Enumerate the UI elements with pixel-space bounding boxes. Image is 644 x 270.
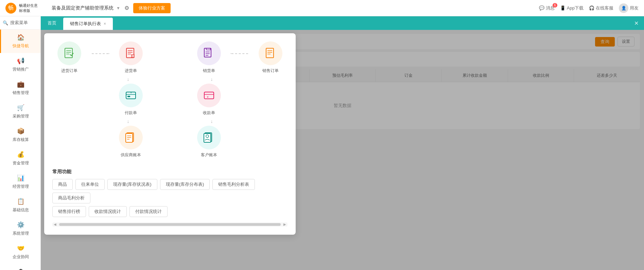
svg-rect-14 (266, 48, 274, 58)
app-download-icon: 📱 (560, 5, 565, 11)
system-title-text: 装备及固定资产辅助管理系统 (52, 5, 114, 11)
func-contacts[interactable]: 往来单位 (75, 179, 105, 190)
sales-order-label: 销售订单 (262, 68, 279, 74)
online-service-item[interactable]: 🎧 在线客服 (589, 5, 613, 11)
sidebar-item-label: 库存核算 (13, 137, 29, 143)
tab-home[interactable]: 首页 (41, 16, 63, 30)
functions-grid-2: 销售排行榜 收款情况统计 付款情况统计 (52, 206, 288, 217)
func-sales-rank[interactable]: 销售排行榜 (52, 206, 86, 217)
tab-close-icon[interactable]: × (104, 21, 106, 26)
flow-item-receipt[interactable]: ¥ 收款单 (192, 84, 226, 116)
chart-icon: 📊 (17, 174, 24, 182)
flow-item-sales-bill[interactable]: 销货单 (192, 41, 226, 74)
logo-icon: 畅 (5, 3, 16, 14)
handshake-icon: 🤝 (17, 245, 24, 252)
supplier-account-circle[interactable] (119, 126, 143, 149)
cart-icon: 🛒 (17, 104, 24, 111)
avatar: 👤 (619, 3, 628, 13)
sidebar-item-label: 采购管理 (13, 113, 29, 119)
flow-item-purchase-bill[interactable]: 进货单 (114, 41, 148, 74)
sidebar-search[interactable]: 🔍 搜索菜单 (0, 16, 40, 30)
content-area: ❓ 帮助 🖨 按模板打印 ▼ ⬆ 导出 🔄 刷新 查询 设置 (41, 30, 644, 270)
sidebar-item-inventory[interactable]: 📦 库存核算 (0, 123, 40, 147)
down-arrow-sales: ↓ (195, 76, 229, 82)
svg-rect-9 (204, 48, 211, 57)
sidebar-item-enterprise[interactable]: 🤝 企业协同 (0, 240, 40, 264)
svg-rect-20 (127, 96, 130, 97)
quick-modal: 进货订单 → (44, 33, 296, 235)
func-stock-status[interactable]: 现存量(库存状况表) (107, 179, 157, 190)
sales-bill-label: 销货单 (203, 68, 215, 74)
sales-bill-circle[interactable] (197, 41, 221, 65)
gear-icon: ⚙️ (17, 221, 24, 229)
func-goods-profit[interactable]: 商品毛利分析 (52, 193, 90, 203)
svg-rect-10 (206, 48, 210, 50)
flow-row-3: 供应商账本 (52, 126, 288, 158)
sidebar-item-quick-guide[interactable]: 🏠 快捷导航 (0, 30, 40, 53)
sidebar-item-basic-info[interactable]: 📋 基础信息 (0, 194, 40, 217)
sidebar-item-label: 经营管理 (13, 184, 29, 190)
message-item[interactable]: 💬 消息 6 (539, 5, 555, 11)
functions-title: 常用功能 (52, 169, 288, 175)
sidebar-item-newbie[interactable]: 🎓 新手引导 (0, 264, 40, 270)
sales-order-circle[interactable] (259, 41, 282, 65)
flow-row-2: ¥ 付款单 ¥ (52, 84, 288, 116)
settings-button[interactable]: ⚙ (123, 3, 130, 13)
payment-circle[interactable]: ¥ (119, 84, 143, 107)
logo-char: 畅 (8, 4, 14, 12)
flow-item-customer-account[interactable]: 客户账本 (192, 126, 226, 158)
func-receipt-stats[interactable]: 收款情况统计 (89, 206, 127, 217)
sidebar-item-purchase[interactable]: 🛒 采购管理 (0, 100, 40, 123)
sidebar-item-system[interactable]: ⚙️ 系统管理 (0, 217, 40, 240)
sidebar-item-sales[interactable]: 💼 销售管理 (0, 76, 40, 100)
app-download-item[interactable]: 📱 App下载 (560, 5, 584, 11)
flow-item-purchase-order[interactable]: 进货订单 (52, 41, 86, 74)
scroll-right-icon[interactable]: ▶ (282, 222, 288, 226)
sidebar: 🔍 搜索菜单 🏠 快捷导航 📢 营销推广 💼 销售管理 🛒 采购管理 📦 库存核… (0, 16, 41, 270)
trial-button[interactable]: 体验行业方案 (133, 3, 171, 13)
svg-rect-26 (126, 133, 133, 142)
clipboard-icon: 📋 (17, 198, 24, 205)
down-arrows-row-2: ↓ ↓ (52, 119, 288, 124)
scroll-left-icon[interactable]: ◀ (52, 222, 58, 226)
func-stock-distribution[interactable]: 现存量(库存分布表) (160, 179, 210, 190)
func-goods[interactable]: 商品 (52, 179, 73, 190)
tab-sales-order[interactable]: 销售订单执行表 × (63, 18, 113, 30)
scroll-thumb[interactable] (59, 223, 281, 226)
logo-area: 畅 畅通好生意 标准版 (5, 3, 46, 14)
graduation-icon: 🎓 (17, 268, 24, 270)
sidebar-item-label: 基础信息 (13, 207, 29, 213)
func-payment-stats[interactable]: 付款情况统计 (129, 206, 168, 217)
top-header: 畅 畅通好生意 标准版 装备及固定资产辅助管理系统 ▼ ⚙ 体验行业方案 💬 消… (0, 0, 644, 16)
purchase-order-circle[interactable] (57, 41, 81, 65)
sidebar-item-operations[interactable]: 📊 经营管理 (0, 170, 40, 194)
flow-item-sales-order[interactable]: 销售订单 (254, 41, 288, 74)
purchase-bill-label: 进货单 (125, 68, 137, 74)
home-icon: 🏠 (17, 34, 24, 41)
svg-rect-22 (204, 92, 214, 99)
functions-section: 常用功能 商品 往来单位 现存量(库存状况表) 现存量(库存分布表) 销售毛利分… (52, 169, 288, 217)
modal-overlay[interactable]: 进货订单 → (41, 30, 644, 270)
sidebar-item-label: 系统管理 (13, 231, 29, 236)
message-badge: 6 (553, 3, 557, 7)
box-icon: 📦 (17, 127, 24, 135)
purchase-order-label: 进货订单 (61, 68, 77, 74)
headphone-icon: 🎧 (589, 5, 594, 11)
sidebar-item-label: 营销推广 (13, 67, 29, 72)
flow-item-payment[interactable]: ¥ 付款单 (114, 84, 148, 116)
system-title-area: 装备及固定资产辅助管理系统 ▼ ⚙ 体验行业方案 (52, 3, 539, 13)
briefcase-icon: 💼 (17, 80, 24, 88)
purchase-bill-circle[interactable] (119, 41, 143, 65)
down-arrow-purchase: ↓ (111, 76, 145, 82)
sidebar-item-label: 快捷导航 (13, 43, 29, 49)
sidebar-item-finance[interactable]: 💰 资金管理 (0, 147, 40, 170)
flow-item-supplier-account[interactable]: 供应商账本 (114, 126, 148, 158)
close-all-tabs-icon[interactable]: ✕ (634, 20, 639, 26)
user-item[interactable]: 👤 用友 (619, 3, 639, 13)
sidebar-item-marketing[interactable]: 📢 营销推广 (0, 53, 40, 76)
horizontal-scrollbar[interactable]: ◀ ▶ (52, 222, 288, 227)
customer-account-circle[interactable] (197, 126, 221, 149)
receipt-circle[interactable]: ¥ (197, 84, 221, 107)
func-sales-profit[interactable]: 销售毛利分析表 (212, 179, 255, 190)
customer-account-label: 客户账本 (201, 152, 217, 158)
